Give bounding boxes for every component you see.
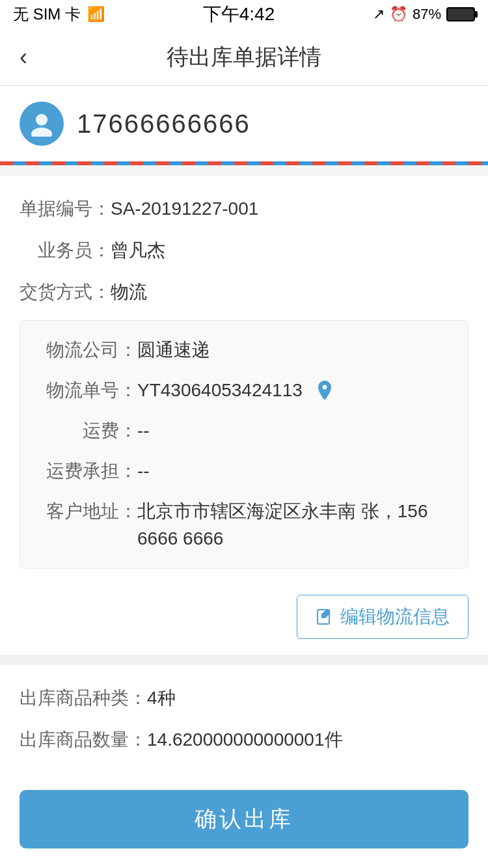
tracking-label: 物流单号 <box>40 377 137 404</box>
goods-section: 出库商品种类 4种 出库商品数量 14.620000000000001件 <box>0 665 488 781</box>
goods-type-row: 出库商品种类 4种 <box>20 685 468 712</box>
basic-info-section: 单据编号 SA-20191227-001 业务员 曾凡杰 交货方式 物流 物流公… <box>0 176 488 582</box>
delivery-value: 物流 <box>111 278 468 306</box>
freight-row: 运费 -- <box>40 417 448 444</box>
user-avatar <box>20 102 64 146</box>
freight-bear-row: 运费承担 -- <box>40 457 448 485</box>
edit-logistics-label: 编辑物流信息 <box>340 604 450 629</box>
back-button[interactable]: ‹ <box>20 44 27 71</box>
doc-no-row: 单据编号 SA-20191227-001 <box>20 195 468 223</box>
status-bar: 无 SIM 卡 📶 下午4:42 ↗ ⏰ 87% <box>0 0 488 29</box>
battery-icon <box>446 7 475 21</box>
delivery-label: 交货方式 <box>20 278 111 306</box>
logistics-company-row: 物流公司 圆通速递 <box>40 336 448 364</box>
main-content: 17666666666 单据编号 SA-20191227-001 业务员 曾凡杰… <box>0 86 488 868</box>
status-time: 下午4:42 <box>203 2 275 27</box>
status-left: 无 SIM 卡 📶 <box>13 4 105 25</box>
svg-point-1 <box>31 128 52 137</box>
section-separator <box>0 655 488 665</box>
edit-icon <box>316 608 334 626</box>
logistics-card: 物流公司 圆通速递 物流单号 YT43064053424113 运费 -- <box>20 320 468 569</box>
edit-btn-row: 编辑物流信息 <box>0 582 488 655</box>
tracking-row: 物流单号 YT43064053424113 <box>40 377 448 404</box>
logistics-company-value: 圆通速递 <box>137 336 448 364</box>
tracking-value: YT43064053424113 <box>137 377 448 404</box>
sales-value: 曾凡杰 <box>111 237 468 264</box>
confirm-btn-area: 确认出库 <box>0 780 488 868</box>
freight-value: -- <box>137 417 448 444</box>
location-pin-icon[interactable] <box>313 379 336 402</box>
status-right: ↗ ⏰ 87% <box>373 6 475 23</box>
wifi-icon: 📶 <box>87 6 105 23</box>
delivery-row: 交货方式 物流 <box>20 278 468 306</box>
address-row: 客户地址 北京市市辖区海淀区永丰南 张，156 6666 6666 <box>40 498 448 552</box>
dashed-divider <box>0 161 488 165</box>
address-value: 北京市市辖区海淀区永丰南 张，156 6666 6666 <box>137 498 448 552</box>
alarm-icon: ⏰ <box>390 6 407 23</box>
location-icon: ↗ <box>373 6 385 23</box>
sales-row: 业务员 曾凡杰 <box>20 237 468 264</box>
freight-label: 运费 <box>40 417 137 444</box>
avatar-icon <box>29 111 55 137</box>
goods-qty-label: 出库商品数量 <box>20 726 147 753</box>
logistics-company-label: 物流公司 <box>40 336 137 364</box>
tracking-number: YT43064053424113 <box>137 377 303 404</box>
svg-point-0 <box>36 114 47 126</box>
doc-no-label: 单据编号 <box>20 195 111 223</box>
goods-qty-value: 14.620000000000001件 <box>147 726 468 753</box>
doc-no-value: SA-20191227-001 <box>111 195 468 223</box>
goods-qty-row: 出库商品数量 14.620000000000001件 <box>20 726 468 753</box>
page-title: 待出库单据详情 <box>167 42 321 72</box>
user-phone: 17666666666 <box>77 109 251 139</box>
confirm-outbound-button[interactable]: 确认出库 <box>20 790 468 848</box>
goods-type-value: 4种 <box>147 685 468 712</box>
nav-bar: ‹ 待出库单据详情 <box>0 29 488 86</box>
goods-type-label: 出库商品种类 <box>20 685 147 712</box>
freight-bear-label: 运费承担 <box>40 457 137 485</box>
edit-logistics-button[interactable]: 编辑物流信息 <box>297 595 468 639</box>
carrier-text: 无 SIM 卡 <box>13 4 81 25</box>
freight-bear-value: -- <box>137 457 448 485</box>
address-label: 客户地址 <box>40 498 137 525</box>
sales-label: 业务员 <box>20 237 111 264</box>
battery-percent: 87% <box>413 6 441 23</box>
user-header: 17666666666 <box>0 86 488 161</box>
